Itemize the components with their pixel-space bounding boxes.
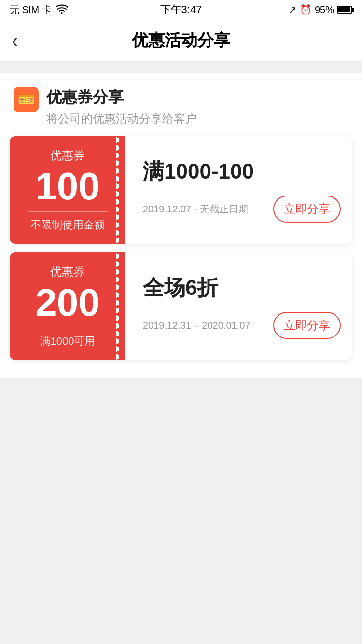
section-text: 优惠券分享 将公司的优惠活动分享给客户 [46,87,197,126]
coupon-meta-2: 2019.12.31 – 2020.01.07 立即分享 [143,312,341,339]
share-button-1[interactable]: 立即分享 [273,196,341,223]
empty-area [0,378,362,644]
coupon-title-1: 满1000-100 [143,157,341,186]
coupon-title-2: 全场6折 [143,274,341,302]
coupon-condition-2: 满1000可用 [40,334,96,349]
wifi-icon [56,4,68,16]
location-icon: ↗ [289,4,297,15]
share-button-2[interactable]: 立即分享 [273,312,341,339]
coupon-meta-1: 2019.12.07 - 无截止日期 立即分享 [143,196,341,223]
page-title: 优惠活动分享 [132,29,230,52]
coupon-card-2: 优惠券 200 满1000可用 全场6折 2019.12.31 – 2020.0… [10,252,352,360]
coupon-list: 优惠券 100 不限制使用金额 满1000-100 2019.12.07 - 无… [0,136,362,378]
section-title: 优惠券分享 [46,87,197,108]
status-time: 下午3:47 [160,2,202,17]
coupon-label-2: 优惠券 [50,264,85,280]
section-divider [0,62,362,73]
section-icon: 🎫 [14,87,39,112]
coupon-amount-2: 200 [35,283,99,322]
coupon-left-2: 优惠券 200 满1000可用 [10,252,125,360]
coupon-amount-1: 100 [35,167,99,206]
svg-point-0 [61,12,62,14]
coupon-right-1: 满1000-100 2019.12.07 - 无截止日期 立即分享 [125,136,352,244]
battery-percentage: 95% [315,4,334,15]
status-right: ↗ ⏰ 95% [289,4,352,15]
section-subtitle: 将公司的优惠活动分享给客户 [46,111,197,126]
coupon-divider-2 [28,328,108,328]
coupon-condition-1: 不限制使用金额 [30,218,105,232]
coupon-card-1: 优惠券 100 不限制使用金额 满1000-100 2019.12.07 - 无… [10,136,352,244]
coupon-date-2: 2019.12.31 – 2020.01.07 [143,320,250,331]
nav-bar: ‹ 优惠活动分享 [0,19,362,62]
back-button[interactable]: ‹ [12,31,18,50]
alarm-icon: ⏰ [300,4,312,15]
coupon-right-2: 全场6折 2019.12.31 – 2020.01.07 立即分享 [125,252,352,360]
coupon-date-1: 2019.12.07 - 无截止日期 [143,203,248,216]
section-header: 🎫 优惠券分享 将公司的优惠活动分享给客户 [0,73,362,136]
coupon-divider-1 [28,211,108,212]
coupon-label-1: 优惠券 [50,148,85,163]
carrier-text: 无 SIM 卡 [10,3,52,16]
battery-icon [337,6,352,14]
status-bar: 无 SIM 卡 下午3:47 ↗ ⏰ 95% [0,0,362,19]
status-left: 无 SIM 卡 [10,3,68,16]
coupon-left-1: 优惠券 100 不限制使用金额 [10,136,125,244]
